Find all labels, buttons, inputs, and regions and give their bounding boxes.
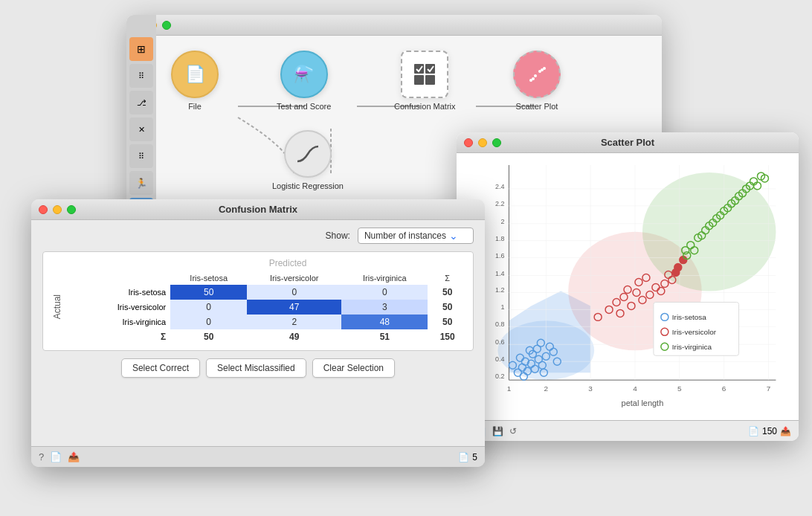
svg-rect-2 [414,75,424,85]
col-header-setosa: Iris-setosa [170,271,247,285]
clear-selection-button[interactable]: Clear Selection [312,358,395,378]
cm-close-button[interactable] [39,205,48,214]
col-header-virginica: Iris-virginica [341,271,428,285]
cell-12: 3 [341,300,428,315]
node-logistic-regression[interactable]: Logistic Regression [272,130,344,190]
sp-count: 150 [762,426,777,436]
actual-label: Actual [49,285,76,329]
row-sum-2: 50 [428,315,467,329]
cm-titlebar: Confusion Matrix [31,199,485,220]
cell-21: 2 [247,315,341,329]
row-header-setosa: Iris-setosa [76,285,170,300]
footer-file-icon: 📄 [458,452,469,462]
node-scatter-plot[interactable]: Scatter Plot [513,51,561,111]
node-confusion-matrix-icon [401,51,448,98]
svg-text:Iris-setosa: Iris-setosa [672,313,706,321]
svg-text:7: 7 [767,384,771,393]
cm-dropdown-value: Number of instances [364,230,446,241]
node-file-label: File [188,102,202,111]
col-header-versicolor: Iris-versicolor [247,271,341,285]
svg-text:1: 1 [507,384,512,393]
node-scatter-plot-label: Scatter Plot [516,102,558,111]
footer-count: 5 [472,452,477,462]
svg-text:0.8: 0.8 [495,320,504,328]
node-confusion-matrix-label: Confusion Matrix [394,102,456,111]
col-sum-0: 50 [170,329,247,344]
export-icon[interactable]: 📤 [68,451,80,462]
node-test-score-icon: ⚗️ [280,51,328,98]
sp-export-icon[interactable]: 📤 [780,426,791,436]
svg-text:2: 2 [500,218,504,225]
sp-close-button[interactable] [464,138,473,147]
sidebar-icon-tree[interactable]: ⎇ [129,91,153,115]
matrix-container: Predicted Iris-setosa Iris-versicolor Ir… [42,251,474,351]
sp-file-icon: 📄 [748,426,759,436]
sp-title: Scatter Plot [601,137,654,148]
svg-point-9 [532,77,535,80]
predicted-label: Predicted [49,258,467,268]
svg-text:Iris-virginica: Iris-virginica [672,343,712,351]
cell-11: 47 [247,300,341,315]
sp-minimize-button[interactable] [478,138,487,147]
cell-22: 48 [341,315,428,329]
svg-text:3: 3 [588,384,593,393]
cell-20: 0 [170,315,247,329]
svg-text:1.4: 1.4 [495,270,504,277]
cm-title: Confusion Matrix [219,204,297,215]
svg-text:petal length: petal length [622,399,664,407]
cm-buttons: Select Correct Select Misclassified Clea… [42,358,474,378]
sidebar-icon-run[interactable]: 🏃 [129,171,153,195]
cm-maximize-button[interactable] [67,205,76,214]
cell-02: 0 [341,285,428,300]
info-icon[interactable]: 📄 [50,451,62,462]
svg-text:1.8: 1.8 [495,235,504,242]
matrix-table: Iris-setosa Iris-versicolor Iris-virgini… [49,271,467,344]
cell-00: 50 [170,285,247,300]
svg-point-10 [541,68,544,71]
total-sum: 150 [428,329,467,344]
node-file[interactable]: 📄 File [171,51,219,111]
svg-text:6: 6 [722,384,726,393]
svg-text:0.6: 0.6 [495,338,504,346]
table-row: Iris-versicolor 0 47 3 50 [49,300,467,315]
select-misclassified-button[interactable]: Select Misclassified [206,358,306,378]
cm-dropdown[interactable]: Number of instances ⌄ [358,228,474,244]
node-test-score[interactable]: ⚗️ Test and Score [277,51,331,111]
cm-minimize-button[interactable] [53,205,62,214]
node-logistic-regression-icon [284,130,332,178]
svg-point-6 [534,74,537,77]
sp-refresh-icon[interactable]: ↺ [509,426,517,436]
scatter-plot-svg[interactable]: 1 2 3 4 5 6 7 0.2 0.4 0.6 0.8 1 1.2 1.4 … [463,158,793,417]
row-header-virginica: Iris-virginica [76,315,170,329]
svg-point-91 [672,269,680,277]
svg-text:2: 2 [544,384,549,393]
svg-text:2.2: 2.2 [495,200,504,207]
row-sum-0: 50 [428,285,467,300]
node-test-score-label: Test and Score [277,102,331,111]
sidebar-icon-grid[interactable]: ⊞ [129,37,153,61]
sp-maximize-button[interactable] [492,138,501,147]
row-sum-1: 50 [428,300,467,315]
svg-text:1.2: 1.2 [495,286,504,294]
help-icon[interactable]: ? [39,451,44,462]
table-row: Actual Iris-setosa 50 0 0 50 [49,285,467,300]
svg-text:Iris-versicolor: Iris-versicolor [672,328,717,336]
sp-titlebar: Scatter Plot [457,132,799,153]
svg-text:0.4: 0.4 [495,355,504,363]
sp-save-icon[interactable]: 💾 [492,426,503,436]
sidebar-icon-dots[interactable]: ⠿ [129,144,153,168]
sidebar-icon-cross[interactable]: ✕ [129,117,153,141]
footer-count-area: 📄 5 [458,452,477,462]
svg-rect-3 [425,75,435,85]
cm-show-row: Show: Number of instances ⌄ [42,228,474,244]
svg-text:0.2: 0.2 [495,373,504,380]
select-correct-button[interactable]: Select Correct [121,358,200,378]
node-logistic-regression-label: Logistic Regression [272,181,344,190]
maximize-button[interactable] [162,21,171,30]
cm-body: Show: Number of instances ⌄ Predicted Ir… [31,220,485,385]
col-header-sigma: Σ [428,271,467,285]
cell-01: 0 [247,285,341,300]
node-confusion-matrix[interactable]: Confusion Matrix [394,51,456,111]
sidebar-icon-scatter[interactable]: ⠿ [129,64,153,88]
node-scatter-plot-icon [513,51,561,98]
